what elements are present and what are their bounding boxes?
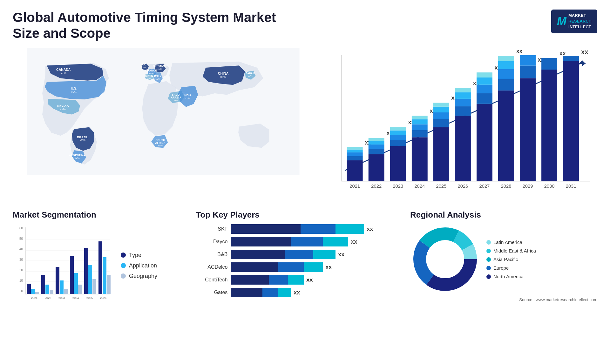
svg-text:2023: 2023: [393, 184, 403, 189]
player-bar-skf: [231, 224, 364, 234]
svg-text:ITALY: ITALY: [154, 75, 162, 78]
player-row: SKF XX: [196, 224, 404, 234]
svg-rect-90: [498, 61, 514, 69]
player-val-bb: XX: [338, 252, 344, 257]
svg-text:INDIA: INDIA: [184, 94, 191, 97]
svg-rect-42: [347, 147, 363, 150]
svg-text:xx%: xx%: [75, 157, 80, 160]
svg-text:40: 40: [19, 247, 23, 251]
world-map-section: CANADA xx% U.S. xx% MEXICO xx% BRAZIL xx…: [13, 48, 314, 181]
svg-rect-59: [412, 137, 428, 181]
seg-legend: Type Application Geography: [121, 252, 157, 280]
svg-rect-134: [74, 273, 78, 294]
svg-rect-88: [498, 79, 514, 90]
svg-text:2030: 2030: [544, 184, 555, 189]
svg-text:U.S.: U.S.: [71, 87, 77, 90]
svg-text:2025: 2025: [86, 296, 93, 300]
svg-rect-63: [412, 116, 428, 119]
svg-text:2024: 2024: [72, 296, 79, 300]
logo-box: M MARKET RESEARCH INTELLECT: [551, 10, 597, 33]
legend-type-label: Type: [129, 252, 141, 259]
latin-america-dot: [486, 240, 491, 245]
svg-rect-75: [455, 99, 471, 106]
svg-rect-48: [369, 141, 384, 144]
svg-text:AFRICA: AFRICA: [155, 141, 165, 145]
svg-rect-68: [433, 112, 449, 119]
player-bar-dayco: [231, 237, 348, 246]
svg-text:xx%: xx%: [60, 107, 66, 111]
segmentation-section: Market Segmentation 0 10 20 30 40 50 60: [13, 210, 189, 307]
svg-rect-129: [56, 267, 59, 294]
svg-rect-96: [520, 55, 536, 65]
svg-text:XX: XX: [516, 49, 523, 54]
svg-rect-53: [390, 140, 406, 146]
svg-rect-94: [520, 78, 536, 181]
player-name-acdelco: ACDelco: [196, 264, 227, 270]
player-name-gates: Gates: [196, 290, 227, 295]
svg-rect-83: [477, 78, 492, 85]
svg-text:xx%: xx%: [220, 75, 227, 78]
svg-rect-61: [412, 124, 428, 130]
svg-rect-87: [498, 91, 514, 181]
region-latin-america-label: Latin America: [493, 239, 522, 245]
svg-text:2028: 2028: [501, 184, 512, 189]
svg-text:xx%: xx%: [71, 90, 77, 94]
svg-text:xx%: xx%: [174, 99, 179, 102]
player-val-contitech: XX: [306, 277, 313, 283]
svg-text:2021: 2021: [31, 296, 37, 300]
type-dot: [121, 253, 126, 258]
legend-application-label: Application: [129, 262, 157, 269]
players-title: Top Key Players: [196, 210, 404, 220]
svg-rect-95: [520, 65, 536, 78]
player-val-acdelco: XX: [325, 265, 332, 270]
svg-text:JAPAN: JAPAN: [246, 72, 254, 75]
svg-rect-142: [103, 257, 106, 294]
regional-section: Regional Analysis Lat: [410, 210, 597, 302]
svg-text:30: 30: [19, 258, 23, 261]
svg-rect-138: [88, 265, 92, 294]
svg-text:SPAIN: SPAIN: [145, 74, 153, 78]
svg-text:XX: XX: [581, 50, 588, 56]
svg-text:xx%: xx%: [61, 71, 67, 75]
players-chart: SKF XX Dayco: [196, 224, 404, 297]
svg-rect-74: [455, 106, 471, 116]
svg-rect-127: [50, 290, 53, 294]
svg-text:2031: 2031: [566, 184, 576, 189]
region-north-america: North America: [486, 274, 536, 279]
logo-m-icon: M: [557, 13, 566, 29]
svg-rect-60: [412, 130, 428, 137]
logo-area: M MARKET RESEARCH INTELLECT: [551, 10, 597, 33]
svg-rect-141: [98, 241, 102, 294]
player-bar-gates: [231, 288, 291, 297]
region-legend: Latin America Middle East & Africa Asia …: [486, 239, 536, 279]
logo-line1: MARKET: [568, 13, 592, 18]
svg-text:GERMANY: GERMANY: [153, 64, 167, 68]
player-bar-wrap-dayco: XX: [231, 237, 404, 246]
region-europe-label: Europe: [493, 265, 509, 271]
bar-chart-section: 2021 XX 2022 XX 2023 XX 2024: [320, 48, 597, 200]
svg-rect-139: [92, 279, 96, 294]
svg-rect-77: [455, 88, 471, 92]
players-section: Top Key Players SKF XX Dayco: [196, 210, 404, 297]
svg-text:2022: 2022: [371, 184, 382, 189]
top-row: CANADA xx% U.S. xx% MEXICO xx% BRAZIL xx…: [13, 48, 597, 200]
svg-rect-39: [347, 156, 363, 160]
svg-rect-125: [41, 275, 45, 294]
player-name-bb: B&B: [196, 252, 227, 257]
svg-rect-104: [563, 56, 579, 61]
svg-text:FRANCE: FRANCE: [146, 69, 157, 72]
region-latin-america: Latin America: [486, 239, 536, 245]
logo-line3: INTELLECT: [568, 24, 592, 30]
svg-text:2025: 2025: [436, 184, 447, 189]
svg-text:2021: 2021: [349, 184, 360, 189]
region-europe: Europe: [486, 265, 536, 271]
player-val-skf: XX: [367, 226, 373, 232]
player-bar-contitech: [231, 275, 304, 285]
svg-rect-91: [498, 56, 514, 61]
svg-text:ARABIA: ARABIA: [171, 96, 181, 99]
legend-type: Type: [121, 252, 157, 259]
svg-text:xx%: xx%: [156, 78, 160, 81]
svg-rect-47: [369, 145, 384, 149]
segmentation-title: Market Segmentation: [13, 210, 189, 220]
source-text: Source : www.marketresearchintellect.com: [410, 297, 597, 302]
